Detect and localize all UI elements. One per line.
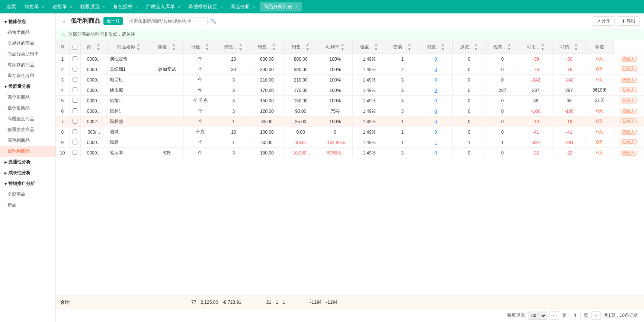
- sidebar-group-growth[interactable]: ▸ 成长性分析: [0, 168, 55, 178]
- nav-roles-close[interactable]: ×: [135, 4, 138, 9]
- row-checkbox-cell[interactable]: [69, 106, 80, 117]
- row-coverage: 3: [386, 75, 419, 85]
- row-checkbox[interactable]: [73, 77, 77, 82]
- select-all-checkbox[interactable]: [73, 45, 77, 50]
- row-sell-days: 8610天: [586, 85, 613, 96]
- row-checkbox-cell[interactable]: [69, 75, 80, 85]
- row-sale-pct: -5766.6...: [318, 148, 352, 158]
- sort-unit: ▲▼: [205, 42, 209, 51]
- row-checkbox[interactable]: [73, 140, 77, 144]
- sidebar-item-new-products[interactable]: 新品: [0, 200, 55, 211]
- sidebar-item-all-products[interactable]: 全部商品: [0, 189, 55, 200]
- nav-purchase[interactable]: 进货单 ×: [49, 2, 76, 12]
- sidebar-group-marketing[interactable]: ▾ 营销推广分析: [0, 178, 55, 189]
- col-trade[interactable]: 交易... ▲▼: [386, 40, 419, 54]
- nav-roles[interactable]: 角色授权 ×: [109, 2, 141, 12]
- col-spec[interactable]: 规格... ▲▼: [150, 40, 184, 54]
- row-checkbox[interactable]: [73, 67, 77, 71]
- col-tag[interactable]: 标签: [586, 40, 613, 54]
- sidebar-item-high-gross[interactable]: 高毛利商品: [0, 135, 55, 146]
- nav-sales[interactable]: 销货单 ×: [21, 2, 48, 12]
- sidebar-group-overall[interactable]: ▾ 整体信息: [0, 16, 55, 27]
- row-checkbox-cell[interactable]: [69, 148, 80, 158]
- nav-product-analysis[interactable]: 商品分析 ×: [227, 2, 259, 12]
- next-page-button[interactable]: ＞: [591, 311, 601, 320]
- col-browse1[interactable]: 浏览... ▲▼: [419, 40, 453, 54]
- row-checkbox[interactable]: [73, 129, 77, 134]
- row-unit: 个,千克: [184, 96, 217, 106]
- nav-sales-close[interactable]: ×: [42, 4, 44, 9]
- collapse-icon[interactable]: «: [60, 17, 68, 25]
- row-checkbox[interactable]: [73, 98, 77, 103]
- row-checkbox-cell[interactable]: [69, 85, 80, 96]
- row-checkbox-cell[interactable]: [69, 127, 80, 137]
- col-avail[interactable]: 可用... ▲▼: [519, 40, 552, 54]
- nav-permissions-close[interactable]: ×: [103, 4, 105, 9]
- nav-product-analysis-list-close[interactable]: ×: [295, 4, 298, 9]
- search-input[interactable]: [126, 17, 208, 25]
- nav-home[interactable]: 首页: [3, 2, 20, 12]
- per-page-select[interactable]: 50 100 200: [528, 312, 547, 320]
- sidebar-item-high-value[interactable]: 高价值商品: [0, 92, 55, 103]
- col-name[interactable]: 商品名称 ▲▼: [107, 40, 150, 54]
- row-checkbox-cell[interactable]: [69, 54, 80, 64]
- col-browse2[interactable]: 浏览... ▲▼: [452, 40, 486, 54]
- export-button[interactable]: ⬇ 导出: [618, 16, 640, 26]
- row-stock: -981: [519, 137, 552, 148]
- nav-product-inbound[interactable]: 产成品入库单 ×: [142, 2, 184, 12]
- row-browse2: 0: [486, 64, 519, 75]
- share-button[interactable]: ↗ 分享: [593, 16, 615, 26]
- col-sale-amount[interactable]: 销售... ▲▼: [283, 40, 318, 54]
- nav-product-analysis-list[interactable]: 商品分析列表 ×: [260, 2, 301, 12]
- row-checkbox-cell[interactable]: [69, 64, 80, 75]
- row-checkbox[interactable]: [73, 150, 77, 155]
- sidebar-item-low-value[interactable]: 低价值商品: [0, 103, 55, 114]
- sidebar-item-low-gross[interactable]: 低毛利商品: [0, 146, 55, 157]
- sidebar-item-capital[interactable]: 库存资金占用: [0, 70, 55, 81]
- col-coverage[interactable]: 覆盖... ▲▼: [353, 40, 386, 54]
- col-gross[interactable]: 毛利率 ▲▼: [318, 40, 352, 54]
- sidebar-item-in-stock[interactable]: 有库存的商品: [0, 60, 55, 70]
- col-checkbox[interactable]: [69, 40, 80, 54]
- nav-product-analysis-close[interactable]: ×: [253, 4, 255, 9]
- sidebar-group-flow[interactable]: ▸ 流通性分析: [0, 157, 55, 168]
- sidebar-group-cluster[interactable]: ▾ 类群量分析: [0, 81, 55, 92]
- row-gross-rate: 1.49%: [353, 106, 386, 117]
- row-checkbox-cell[interactable]: [69, 96, 80, 106]
- col-settings[interactable]: ⚙: [56, 40, 69, 54]
- row-browse1: 0: [452, 54, 486, 64]
- row-stock: -19: [519, 117, 552, 127]
- row-checkbox[interactable]: [73, 87, 77, 92]
- page-input[interactable]: [570, 312, 581, 319]
- col-sale-price[interactable]: 销售... ▲▼: [250, 40, 284, 54]
- row-name: 鼠标垫: [107, 117, 150, 127]
- sidebar-item-traded[interactable]: 交易过的商品: [0, 38, 55, 49]
- nav-product-inbound-close[interactable]: ×: [178, 4, 180, 9]
- sidebar-item-high-coverage[interactable]: 高覆盖度商品: [0, 114, 55, 124]
- row-checkbox[interactable]: [73, 119, 77, 124]
- table-area[interactable]: ⚙ 商... ▲▼ 商品名称: [56, 40, 644, 296]
- row-checkbox[interactable]: [73, 56, 77, 61]
- sidebar-item-sales-products[interactable]: 销售类商品: [0, 27, 55, 38]
- row-browse2: 0: [486, 75, 519, 85]
- col-sell-days[interactable]: 可销... ▲▼: [552, 40, 586, 54]
- chevron-down-icon-cluster: ▾: [4, 84, 7, 89]
- col-qty[interactable]: 销售... ▲▼: [217, 40, 250, 54]
- prev-page-button[interactable]: ＜: [550, 311, 559, 320]
- nav-purchase-close[interactable]: ×: [70, 4, 72, 9]
- nav-permissions[interactable]: 权限设置 ×: [77, 2, 109, 12]
- sidebar-item-low-coverage[interactable]: 低覆盖度商品: [0, 124, 55, 135]
- period-button[interactable]: 近一月: [103, 17, 123, 25]
- col-stock[interactable]: 现有... ▲▼: [486, 40, 519, 54]
- nav-template-close[interactable]: ×: [220, 4, 222, 9]
- row-checkbox-cell[interactable]: [69, 117, 80, 127]
- row-checkbox[interactable]: [73, 108, 77, 113]
- col-unit[interactable]: 计量... ▲▼: [184, 40, 217, 54]
- row-gross-rate: 1.49%: [353, 75, 386, 85]
- row-checkbox-cell[interactable]: [69, 137, 80, 148]
- nav-template[interactable]: 单据模板设置 ×: [185, 2, 226, 12]
- row-sale-price: 60.00: [250, 137, 284, 148]
- col-code[interactable]: 商... ▲▼: [80, 40, 107, 54]
- sidebar-item-category-rate[interactable]: 商品分类助销率: [0, 49, 55, 60]
- search-icon[interactable]: 🔍: [211, 19, 216, 24]
